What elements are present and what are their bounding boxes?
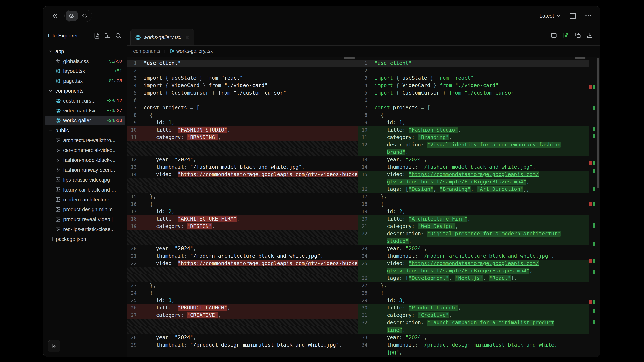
file-name: red-lips-artistic-close... <box>63 226 125 232</box>
code-icon <box>82 13 88 19</box>
file-name: page.tsx <box>63 78 104 84</box>
breadcrumb-folder[interactable]: components <box>133 48 160 54</box>
more-options-button[interactable] <box>582 10 594 22</box>
tree-file-fashion-model-black[interactable]: fashion-model-black-... <box>45 155 125 165</box>
tab-close-button[interactable] <box>184 34 190 41</box>
code-line-new-12: 12 description: "Visual identity for a c… <box>358 141 589 148</box>
ellipsis-icon <box>584 12 592 19</box>
line-number: 13 <box>127 163 141 171</box>
line-number: 26 <box>127 304 141 312</box>
line-number: 4 <box>127 82 141 89</box>
code-line-old-6: 6 <box>127 97 358 104</box>
diff-filler-row <box>127 237 358 245</box>
code-line-old-1: 1"use client" <box>127 59 358 67</box>
code-line-new-23: 23 year: "2024", <box>358 245 589 252</box>
file-name: custom-curs... <box>63 98 104 104</box>
copy-code-button[interactable] <box>572 30 583 41</box>
search-files-button[interactable] <box>113 31 123 40</box>
tree-file-car-commercial-video[interactable]: car-commercial-video... <box>45 145 125 155</box>
line-number: 3 <box>358 74 372 82</box>
topbar-right: Latest <box>537 10 594 22</box>
view-toggle <box>64 10 92 22</box>
code-line-old-8: 8 { <box>127 111 358 119</box>
tree-file-globals-css[interactable]: globals.css+51/-50 <box>45 56 125 66</box>
scrollbar-thumb[interactable] <box>597 58 599 188</box>
code-line-new-wrap: brand", <box>358 148 589 156</box>
line-number: 20 <box>358 215 372 223</box>
code-line-old-16: 16 { <box>127 200 358 208</box>
code-line-old-5: 5import { CustomCursor } from "./custom-… <box>127 89 358 97</box>
tree-folder-app[interactable]: app <box>45 46 125 56</box>
diff-pane-old[interactable]: 1"use client"23import { useState } from … <box>127 57 358 357</box>
line-number: 4 <box>358 82 372 89</box>
line-number: 29 <box>127 341 141 349</box>
view-changes-button[interactable] <box>560 30 571 41</box>
preview-toggle-button[interactable] <box>66 11 78 20</box>
diff-stats: +81/-28 <box>106 78 125 84</box>
diff-stats: +24/-13 <box>106 118 125 123</box>
scrollbar[interactable] <box>596 57 600 357</box>
tree-file-package-json[interactable]: package.json <box>45 234 125 244</box>
download-button[interactable] <box>584 30 595 41</box>
collapse-chat-button[interactable] <box>49 10 61 22</box>
tree-file-works-galler[interactable]: works-galler...+24/-13 <box>45 115 125 125</box>
tree-folder-public[interactable]: public <box>45 125 125 135</box>
react-icon <box>56 108 61 113</box>
react-icon <box>56 68 61 74</box>
tree-file-video-card-tsx[interactable]: video-card.tsx+76/-27 <box>45 106 125 115</box>
tree-file-modern-architecture[interactable]: modern-architecture-... <box>45 195 125 204</box>
tree-file-page-tsx[interactable]: page.tsx+81/-28 <box>45 76 125 86</box>
tree-file-fashion-runway-scen[interactable]: fashion-runway-scen... <box>45 165 125 175</box>
new-folder-button[interactable] <box>102 31 112 40</box>
line-number: 6 <box>358 97 372 104</box>
tree-file-luxury-car-black-and[interactable]: luxury-car-black-and-... <box>45 185 125 195</box>
file-name: modern-architecture-... <box>63 197 125 203</box>
ruler-marker-addition <box>593 270 596 274</box>
code-line-new-17: 17 }, <box>358 193 589 200</box>
line-number <box>358 148 372 156</box>
code-line-new-8: 8 { <box>358 111 589 119</box>
version-dropdown[interactable]: Latest <box>537 10 564 21</box>
file-name: public <box>56 127 125 133</box>
tree-file-red-lips-artistic-close[interactable]: red-lips-artistic-close... <box>45 224 125 234</box>
layout-panel-button[interactable] <box>567 10 579 22</box>
diff-pane-new[interactable]: 1"use client"23import { useState } from … <box>358 57 589 357</box>
editor-actions <box>548 25 595 45</box>
tree-file-product-design-minim[interactable]: product-design-minim... <box>45 204 125 214</box>
file-name: lips-artistic-video.jpg <box>63 177 125 183</box>
code-line-new-29: 29 id: 3, <box>358 297 589 304</box>
line-number: 18 <box>358 200 372 208</box>
code-line-new-wrap: line", <box>358 326 589 334</box>
copy-icon <box>575 32 581 38</box>
tree-file-lips-artistic-video-jpg[interactable]: lips-artistic-video.jpg <box>45 175 125 185</box>
tree-file-architecture-walkthro[interactable]: architecture-walkthro... <box>45 135 125 145</box>
diff-filler-row <box>127 178 358 186</box>
ruler-marker-deletion <box>589 161 592 165</box>
collapse-sidebar-button[interactable] <box>48 340 60 352</box>
file-name: fashion-model-black-... <box>63 157 125 163</box>
new-file-icon <box>94 32 100 39</box>
ruler-marker-addition <box>593 106 596 110</box>
code-line-new-28: 28 { <box>358 289 589 297</box>
tree-file-custom-curs[interactable]: custom-curs...+33/-12 <box>45 96 125 106</box>
tree-folder-components[interactable]: components <box>45 86 125 96</box>
ruler-marker-deletion <box>589 300 592 304</box>
ruler-marker-deletion <box>589 202 592 206</box>
tree-file-layout-tsx[interactable]: layout.tsx+51 <box>45 66 125 76</box>
line-number: 16 <box>127 200 141 208</box>
code-line-new-24: 24 thumbnail: "/modern-architecture-blac… <box>358 252 589 260</box>
diff-stats: +33/-12 <box>106 98 125 103</box>
new-file-button[interactable] <box>92 31 102 40</box>
new-folder-icon <box>104 32 111 39</box>
breadcrumb-file[interactable]: works-gallery.tsx <box>176 48 213 54</box>
code-line-new-34: 34 thumbnail: "/product-design-minimalis… <box>358 341 589 349</box>
tree-file-product-reveal-video-j[interactable]: product-reveal-video.j... <box>45 214 125 224</box>
file-name: luxury-car-black-and-... <box>63 187 125 193</box>
ruler-marker-addition <box>593 259 596 263</box>
tab-works-gallery[interactable]: works-gallery.tsx <box>130 29 194 45</box>
line-number: 14 <box>127 171 141 178</box>
image-icon <box>56 177 61 182</box>
split-view-button[interactable] <box>548 30 559 41</box>
eye-icon <box>69 13 74 19</box>
code-toggle-button[interactable] <box>79 11 91 20</box>
